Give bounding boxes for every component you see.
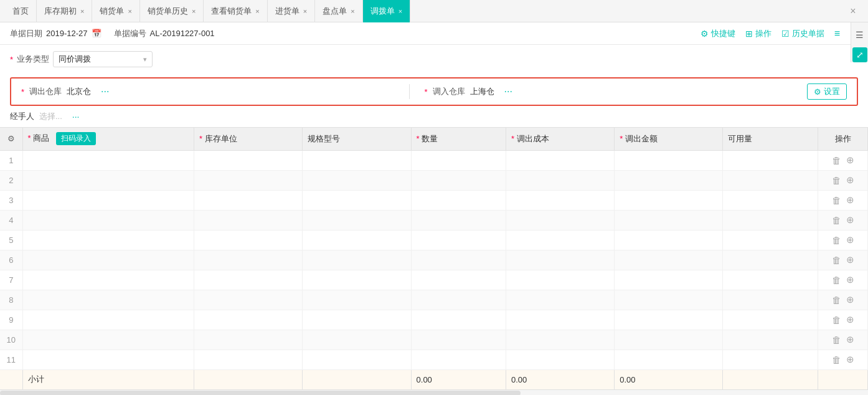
copy-icon-1[interactable]: ⊕ xyxy=(846,155,854,166)
row-qty-11[interactable] xyxy=(411,350,506,369)
copy-icon-10[interactable]: ⊕ xyxy=(846,334,854,345)
operate-btn[interactable]: ⊞ 操作 xyxy=(745,28,771,39)
close-panel-button[interactable]: × xyxy=(843,1,863,21)
row-goods-3[interactable] xyxy=(22,190,194,210)
delete-icon-2[interactable]: 🗑 xyxy=(832,175,841,186)
col-header-gear[interactable]: ⚙ xyxy=(0,128,22,150)
shortcut-btn[interactable]: ⚙ 快捷键 xyxy=(701,28,735,39)
row-amount-8[interactable] xyxy=(615,290,723,310)
row-spec-2[interactable] xyxy=(303,170,411,190)
tab-view-sales-close[interactable]: × xyxy=(255,7,259,15)
delete-icon-11[interactable]: 🗑 xyxy=(832,355,841,365)
row-unit-9[interactable] xyxy=(194,310,303,330)
row-goods-7[interactable] xyxy=(22,270,194,290)
row-amount-1[interactable] xyxy=(615,150,723,170)
row-goods-6[interactable] xyxy=(22,250,194,270)
row-goods-10[interactable] xyxy=(22,330,194,350)
copy-icon-7[interactable]: ⊕ xyxy=(846,274,854,285)
copy-icon-3[interactable]: ⊕ xyxy=(846,194,854,206)
row-qty-3[interactable] xyxy=(411,190,506,210)
tab-home[interactable]: 首页 xyxy=(5,0,37,22)
row-cost-7[interactable] xyxy=(506,270,615,290)
row-cost-11[interactable] xyxy=(506,350,615,369)
tab-inventory-init-close[interactable]: × xyxy=(80,7,84,15)
row-spec-11[interactable] xyxy=(303,350,411,369)
row-amount-5[interactable] xyxy=(615,230,723,250)
row-goods-8[interactable] xyxy=(22,290,194,310)
row-cost-9[interactable] xyxy=(506,310,615,330)
row-qty-1[interactable] xyxy=(411,150,506,170)
tab-sales-history[interactable]: 销货单历史 × xyxy=(140,0,204,22)
row-unit-8[interactable] xyxy=(194,290,303,310)
copy-icon-4[interactable]: ⊕ xyxy=(846,214,854,226)
row-qty-6[interactable] xyxy=(411,250,506,270)
row-spec-3[interactable] xyxy=(303,190,411,210)
row-unit-6[interactable] xyxy=(194,250,303,270)
row-spec-4[interactable] xyxy=(303,210,411,230)
tab-stocktake-close[interactable]: × xyxy=(351,7,354,15)
scrollbar-inner[interactable] xyxy=(0,391,521,395)
row-unit-5[interactable] xyxy=(194,230,303,250)
row-qty-9[interactable] xyxy=(411,310,506,330)
calendar-icon[interactable]: 📅 xyxy=(92,29,101,38)
copy-icon-9[interactable]: ⊕ xyxy=(846,314,854,325)
row-amount-9[interactable] xyxy=(615,310,723,330)
copy-icon-8[interactable]: ⊕ xyxy=(846,294,854,305)
copy-icon-5[interactable]: ⊕ xyxy=(846,234,854,245)
layout-btn1[interactable]: ≡ xyxy=(834,28,840,39)
row-cost-6[interactable] xyxy=(506,250,615,270)
row-cost-2[interactable] xyxy=(506,170,615,190)
row-qty-4[interactable] xyxy=(411,210,506,230)
row-cost-3[interactable] xyxy=(506,190,615,210)
row-unit-2[interactable] xyxy=(194,170,303,190)
row-qty-7[interactable] xyxy=(411,270,506,290)
row-cost-5[interactable] xyxy=(506,230,615,250)
delete-icon-10[interactable]: 🗑 xyxy=(832,335,841,345)
row-qty-8[interactable] xyxy=(411,290,506,310)
row-cost-1[interactable] xyxy=(506,150,615,170)
row-amount-11[interactable] xyxy=(615,350,723,369)
tab-view-sales[interactable]: 查看销货单 × xyxy=(204,0,267,22)
settings-button[interactable]: ⚙ 设置 xyxy=(807,83,847,100)
row-unit-10[interactable] xyxy=(194,330,303,350)
row-unit-3[interactable] xyxy=(194,190,303,210)
right-panel-expand-icon[interactable]: ⤢ xyxy=(852,47,867,62)
row-spec-7[interactable] xyxy=(303,270,411,290)
row-spec-10[interactable] xyxy=(303,330,411,350)
row-spec-8[interactable] xyxy=(303,290,411,310)
row-unit-4[interactable] xyxy=(194,210,303,230)
copy-icon-2[interactable]: ⊕ xyxy=(846,174,854,186)
row-spec-1[interactable] xyxy=(303,150,411,170)
row-spec-9[interactable] xyxy=(303,310,411,330)
row-spec-6[interactable] xyxy=(303,250,411,270)
copy-icon-11[interactable]: ⊕ xyxy=(846,354,854,365)
tab-sales-history-close[interactable]: × xyxy=(192,7,196,15)
tab-transfer[interactable]: 调拨单 × xyxy=(363,0,410,22)
row-unit-11[interactable] xyxy=(194,350,303,369)
row-goods-11[interactable] xyxy=(22,350,194,369)
tab-inventory-init[interactable]: 库存期初 × xyxy=(37,0,92,22)
row-goods-2[interactable] xyxy=(22,170,194,190)
row-cost-8[interactable] xyxy=(506,290,615,310)
delete-icon-7[interactable]: 🗑 xyxy=(832,275,841,285)
tab-sales-order[interactable]: 销货单 × xyxy=(92,0,139,22)
tab-purchase[interactable]: 进货单 × xyxy=(268,0,315,22)
row-amount-3[interactable] xyxy=(615,190,723,210)
scan-button[interactable]: 扫码录入 xyxy=(56,132,96,145)
row-qty-10[interactable] xyxy=(411,330,506,350)
tab-stocktake[interactable]: 盘点单 × xyxy=(315,0,362,22)
row-spec-5[interactable] xyxy=(303,230,411,250)
row-cost-10[interactable] xyxy=(506,330,615,350)
row-goods-5[interactable] xyxy=(22,230,194,250)
row-amount-2[interactable] xyxy=(615,170,723,190)
row-qty-2[interactable] xyxy=(411,170,506,190)
row-amount-7[interactable] xyxy=(615,270,723,290)
copy-icon-6[interactable]: ⊕ xyxy=(846,254,854,265)
row-goods-1[interactable] xyxy=(22,150,194,170)
row-amount-6[interactable] xyxy=(615,250,723,270)
tab-transfer-close[interactable]: × xyxy=(399,7,402,15)
row-cost-4[interactable] xyxy=(506,210,615,230)
history-btn[interactable]: ☑ 历史单据 xyxy=(781,28,824,39)
row-amount-10[interactable] xyxy=(615,330,723,350)
delete-icon-5[interactable]: 🗑 xyxy=(832,235,841,245)
